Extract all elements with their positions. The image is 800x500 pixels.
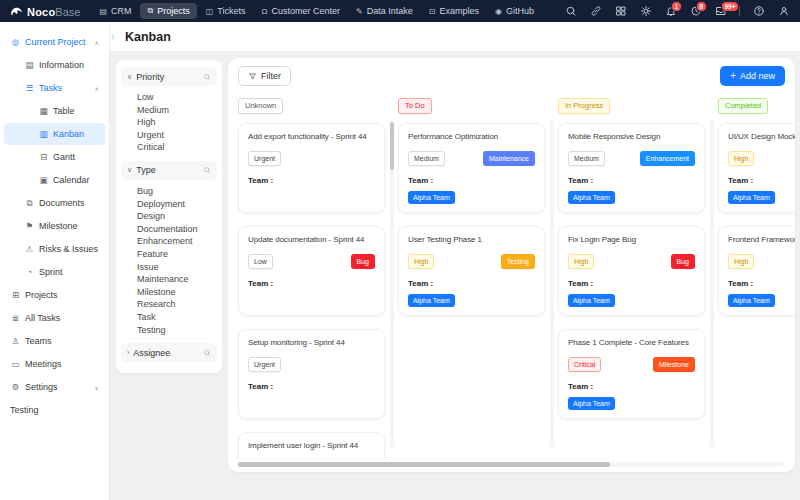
- filter-option-testing[interactable]: Testing: [121, 324, 217, 337]
- sidebar-item-projects[interactable]: ⊞Projects: [4, 284, 105, 306]
- kanban-card[interactable]: User Testing Phase 1HighTestingTeam :Alp…: [398, 226, 545, 316]
- filter-section-type[interactable]: ∨Type: [121, 161, 217, 180]
- notification-badge: 8: [696, 1, 707, 12]
- kanban-card[interactable]: Phase 1 Complete - Core FeaturesCritical…: [558, 329, 705, 419]
- link-icon[interactable]: [589, 5, 602, 18]
- card-title: User Testing Phase 1: [408, 235, 535, 244]
- sidebar-item-milestone[interactable]: ⚑Milestone: [4, 215, 105, 237]
- add-new-button[interactable]: + Add new: [720, 66, 785, 86]
- filter-option-medium[interactable]: Medium: [121, 104, 217, 117]
- filter-option-documentation[interactable]: Documentation: [121, 223, 217, 236]
- filter-option-milestone[interactable]: Milestone: [121, 286, 217, 299]
- horizontal-scrollbar-thumb[interactable]: [238, 462, 610, 467]
- filter-option-bug[interactable]: Bug: [121, 185, 217, 198]
- kanban-card[interactable]: Setup monitoring - Sprint 44UrgentTeam :: [238, 329, 385, 419]
- sidebar-item-information[interactable]: ▤Information: [4, 54, 105, 76]
- kanban-card[interactable]: Mobile Responsive DesignMediumEnhancemen…: [558, 123, 705, 213]
- nav-item-customer-center[interactable]: ΩCustomer Center: [254, 3, 347, 19]
- search-small-icon[interactable]: [203, 73, 211, 81]
- search-small-icon[interactable]: [203, 166, 211, 174]
- column-header-completed: Completed: [718, 98, 768, 114]
- priority-tag: Urgent: [248, 151, 281, 166]
- sidebar-item-settings[interactable]: ⚙Settings∨: [4, 376, 105, 398]
- filter-option-urgent[interactable]: Urgent: [121, 129, 217, 142]
- card-tag-row: High: [728, 254, 795, 269]
- notification-bell-icon[interactable]: 1: [664, 5, 677, 18]
- card-title: Phase 1 Complete - Core Features: [568, 338, 695, 347]
- location-icon: ◎: [10, 37, 21, 47]
- nav-item-label: Examples: [439, 6, 479, 16]
- sidebar-item-testing[interactable]: Testing: [4, 399, 105, 421]
- search-small-icon[interactable]: [203, 349, 211, 357]
- flag-icon: ⚑: [24, 221, 35, 231]
- type-tag: Bug: [351, 254, 375, 269]
- filter-section-label: Priority: [136, 72, 164, 82]
- filter-section-assignee[interactable]: ›Assignee: [121, 343, 217, 362]
- filter-option-research[interactable]: Research: [121, 298, 217, 311]
- filter-option-high[interactable]: High: [121, 116, 217, 129]
- team-tag: Alpha Team: [568, 397, 615, 410]
- sidebar-item-kanban[interactable]: ▥Kanban: [4, 123, 105, 145]
- nav-item-projects[interactable]: ⧉Projects: [140, 3, 196, 19]
- column-cards: Performance OptimizationMediumMaintenanc…: [398, 123, 545, 316]
- column-cards: Add export functionality - Sprint 44Urge…: [238, 123, 385, 460]
- kanban-column-to-do: To DoPerformance OptimizationMediumMaint…: [398, 94, 545, 459]
- sidebar-item-teams[interactable]: ♙Teams: [4, 330, 105, 352]
- kanban-card[interactable]: Fix Login Page BugHighBugTeam :Alpha Tea…: [558, 226, 705, 316]
- nav-item-crm[interactable]: ▤CRM: [92, 3, 138, 19]
- filter-option-low[interactable]: Low: [121, 91, 217, 104]
- card-title: Performance Optimization: [408, 132, 535, 141]
- inbox-icon[interactable]: 99+: [714, 5, 727, 18]
- filter-button[interactable]: Filter: [238, 66, 291, 86]
- user-icon[interactable]: [777, 5, 790, 18]
- sidebar-item-label: Risks & Issues: [39, 244, 98, 254]
- sidebar-item-current-project[interactable]: ◎Current Project∧: [4, 31, 105, 53]
- nav-item-tickets[interactable]: ◫Tickets: [199, 3, 253, 19]
- kanban-card[interactable]: Update documentation - Sprint 44LowBugTe…: [238, 226, 385, 316]
- filter-option-issue[interactable]: Issue: [121, 261, 217, 274]
- nav-item-data-intake[interactable]: ✎Data Intake: [349, 3, 420, 19]
- team-tags: [248, 191, 375, 204]
- team-tags: Alpha Team: [408, 294, 535, 307]
- chevron-up-icon: ∧: [95, 39, 99, 46]
- sidebar-item-sprint[interactable]: ◔Sprint: [4, 261, 105, 283]
- sidebar-item-documents[interactable]: ⧉Documents: [4, 192, 105, 214]
- sidebar-collapse-icon[interactable]: ‹: [111, 31, 114, 42]
- filter-option-deployment[interactable]: Deployment: [121, 198, 217, 211]
- type-tag: Testing: [501, 254, 535, 269]
- filter-option-design[interactable]: Design: [121, 210, 217, 223]
- kanban-card[interactable]: Implement user login - Sprint 44MediumTe…: [238, 432, 385, 460]
- filter-option-critical[interactable]: Critical: [121, 141, 217, 154]
- sidebar-item-calendar[interactable]: ▣Calendar: [4, 169, 105, 191]
- column-scrollbar-thumb[interactable]: [390, 122, 394, 170]
- sidebar-item-meetings[interactable]: ▭Meetings: [4, 353, 105, 375]
- sidebar-item-all-tasks[interactable]: ≣All Tasks: [4, 307, 105, 329]
- kanban-card[interactable]: UI/UX Design MockupsHighTeam :Alpha Team: [718, 123, 795, 213]
- nocobase-logo[interactable]: NocoBase: [10, 2, 80, 20]
- apps-icon[interactable]: [614, 5, 627, 18]
- nav-item-examples[interactable]: ⊡Examples: [422, 3, 486, 19]
- sidebar-item-table[interactable]: ▦Table: [4, 100, 105, 122]
- search-icon[interactable]: [564, 5, 577, 18]
- card-tag-row: CriticalMilestone: [568, 357, 695, 372]
- filter-option-maintenance[interactable]: Maintenance: [121, 273, 217, 286]
- filter-section-priority[interactable]: ∨Priority: [121, 67, 217, 86]
- priority-tag: High: [568, 254, 594, 269]
- column-scrollbar-track: [550, 120, 554, 447]
- filter-option-feature[interactable]: Feature: [121, 248, 217, 261]
- help-icon[interactable]: [752, 5, 765, 18]
- nav-item-github[interactable]: ◉GitHub: [488, 3, 541, 19]
- filter-option-enhancement[interactable]: Enhancement: [121, 235, 217, 248]
- gear-icon[interactable]: [639, 5, 652, 18]
- kanban-card[interactable]: Frontend FrameworkHighTeam :Alpha Team: [718, 226, 795, 316]
- filter-option-task[interactable]: Task: [121, 311, 217, 324]
- kanban-card[interactable]: Performance OptimizationMediumMaintenanc…: [398, 123, 545, 213]
- form-edit-icon: ✎: [356, 7, 363, 16]
- sidebar-item-gantt[interactable]: ⊟Gantt: [4, 146, 105, 168]
- people-icon: ♙: [10, 336, 21, 346]
- history-icon[interactable]: 8: [689, 5, 702, 18]
- column-header-to-do: To Do: [398, 98, 432, 114]
- sidebar-item-tasks[interactable]: ☰Tasks∧: [4, 77, 105, 99]
- sidebar-item-risks-issues[interactable]: ⚠Risks & Issues: [4, 238, 105, 260]
- kanban-card[interactable]: Add export functionality - Sprint 44Urge…: [238, 123, 385, 213]
